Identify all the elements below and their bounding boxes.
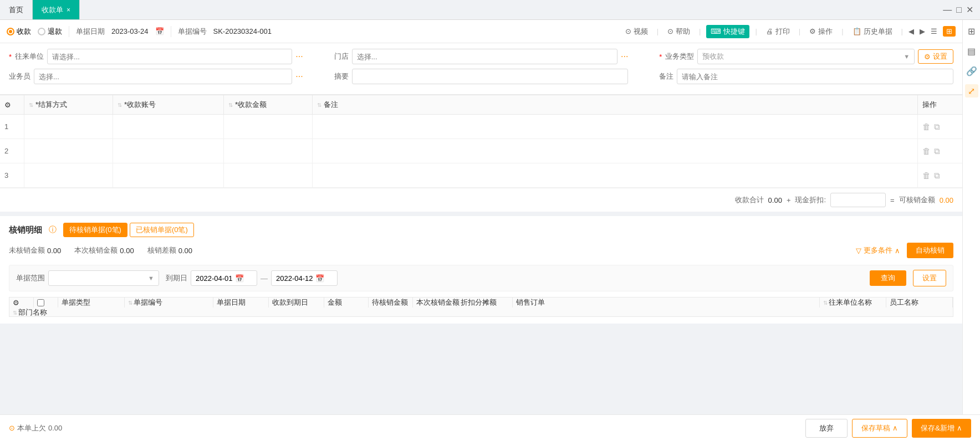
receipt-radio-label: 收款 [17,27,31,37]
save-new-button[interactable]: 保存&新增 ∧ [912,419,971,438]
history-button[interactable]: 📋 历史单据 [849,25,896,38]
notes-field: 备注 [659,69,953,84]
sidebar-link-icon[interactable]: 🔗 [965,64,978,78]
store-more-button[interactable]: ··· [621,52,628,61]
date-separator: — [261,274,268,283]
td-payment-3[interactable] [24,163,113,187]
main-content: 收款 退款 单据日期 2023-03-24 📅 单据编号 SK-20230324… [0,20,962,350]
print-button[interactable]: 🖨 打印 [763,25,793,38]
summary-field: 摘要 [334,69,629,84]
delete-icon-3[interactable]: 🗑 [922,171,931,180]
help-button[interactable]: ⊙ 帮助 [664,25,693,38]
td-notes-3[interactable] [313,163,918,187]
td-num-2: 2 [0,139,24,163]
table-row: 1 🗑 ⧉ [0,115,962,139]
detail-th-dept: ⇅ 部门名称 [9,307,34,317]
date-from-value: 2022-04-01 [196,274,233,283]
layout-button[interactable]: ☰ [931,27,937,35]
nav-prev-button[interactable]: ◀ [908,27,914,35]
td-payment-1[interactable] [24,115,113,139]
sidebar-card-icon[interactable]: ▤ [965,44,978,58]
filter-settings-button[interactable]: 设置 [913,270,946,286]
video-button[interactable]: ⊙ 视频 [622,25,651,38]
th-receipt-amount-label: *收款金额 [235,100,267,110]
notes-input[interactable] [677,69,953,84]
verify-info-icon[interactable]: ⓘ [49,225,57,235]
detail-gear-icon: ⚙ [13,299,19,307]
gear-header-icon[interactable]: ⚙ [4,101,11,109]
auto-verify-button[interactable]: 自动核销 [907,243,953,258]
td-notes-1[interactable] [313,115,918,139]
more-conditions-button[interactable]: ▽ 更多条件 ∧ [856,245,900,255]
detail-th-gear[interactable]: ⚙ [9,298,34,307]
tab-close-icon[interactable]: × [67,6,70,14]
select-all-checkbox[interactable] [37,299,44,306]
receipt-radio[interactable]: 收款 [7,27,31,37]
toolbar-right: ⊙ 视频 | ⊙ 帮助 | ⌨ 快捷键 | 🖨 打印 | ⚙ 操作 [622,25,956,38]
close-button[interactable]: ✕ [966,4,973,15]
counterpart-input[interactable] [47,49,292,64]
refund-radio[interactable]: 退款 [38,27,62,37]
grid-button[interactable]: ⊞ [943,26,956,37]
detail-th-doc-num: ⇅ 单据编号 [125,298,213,307]
td-payment-2[interactable] [24,139,113,163]
sort-icon-6: ⇅ [823,300,828,306]
bottom-info-value: 0.00 [48,424,62,432]
copy-icon-3[interactable]: ⧉ [934,171,940,181]
td-account-3[interactable] [113,163,224,187]
counterpart-more-button[interactable]: ··· [295,52,303,61]
shortcut-button[interactable]: ⌨ 快捷键 [706,25,749,38]
form-row-1: * 往来单位 ··· 门店 ··· * 业务类型 预收款 ▼ ⚙ [9,49,953,64]
td-actions-1: 🗑 ⧉ [918,115,962,139]
minimize-button[interactable]: — [943,5,952,15]
td-amount-3[interactable] [224,163,313,187]
done-tab[interactable]: 已核销单据(0笔) [130,223,194,237]
btype-select[interactable]: 预收款 ▼ [697,49,915,64]
staff-input[interactable] [34,69,292,84]
delete-icon-2[interactable]: 🗑 [922,146,931,156]
calendar-to-icon: 📅 [315,274,324,283]
td-account-2[interactable] [113,139,224,163]
discount-input[interactable] [830,193,886,207]
tab-receipt-label: 收款单 [42,5,63,15]
delete-icon-1[interactable]: 🗑 [922,122,931,131]
toolbar-row: 收款 退款 单据日期 2023-03-24 📅 单据编号 SK-20230324… [0,20,962,43]
due-date-label: 到期日 [166,273,187,283]
action-icons-1: 🗑 ⧉ [922,122,940,132]
copy-icon-1[interactable]: ⧉ [934,122,940,132]
tab-receipt[interactable]: 收款单 × [33,0,80,19]
sidebar-expand-icon[interactable]: ⤢ [965,84,978,98]
staff-more-button[interactable]: ··· [295,72,303,81]
nav-next-button[interactable]: ▶ [920,27,925,35]
copy-icon-2[interactable]: ⧉ [934,146,940,156]
store-field: 门店 ··· [334,49,629,64]
summary-label: 摘要 [334,71,349,81]
sort-icon: ⇅ [29,102,33,108]
td-amount-2[interactable] [224,139,313,163]
total-label: 收款合计 [735,195,764,205]
abandon-button[interactable]: 放弃 [805,419,848,438]
sidebar-table-icon[interactable]: ⊞ [965,24,978,38]
maximize-button[interactable]: □ [956,5,962,15]
detail-th-checkbox[interactable] [34,298,58,307]
td-actions-2: 🗑 ⧉ [918,139,962,163]
th-actions: 操作 [918,95,962,114]
query-button[interactable]: 查询 [870,270,906,286]
td-amount-1[interactable] [224,115,313,139]
operations-button[interactable]: ⚙ 操作 [806,25,836,38]
save-draft-button[interactable]: 保存草稿 ∧ [852,419,907,438]
td-account-1[interactable] [113,115,224,139]
calendar-icon[interactable]: 📅 [155,27,164,35]
date-to-input[interactable]: 2022-04-12 📅 [271,270,338,286]
tab-home[interactable]: 首页 [0,0,33,19]
summary-input[interactable] [352,69,629,84]
sort-icon-5: ⇅ [128,300,132,306]
date-from-input[interactable]: 2022-04-01 📅 [191,270,257,286]
btype-required-star: * [659,53,662,61]
range-select[interactable]: ▼ [48,270,159,286]
pending-tab[interactable]: 待核销单据(0笔) [63,223,127,237]
td-notes-2[interactable] [313,139,918,163]
settings-button[interactable]: ⚙ 设置 [918,49,953,64]
store-input[interactable] [352,49,617,64]
action-icons-3: 🗑 ⧉ [922,171,940,181]
